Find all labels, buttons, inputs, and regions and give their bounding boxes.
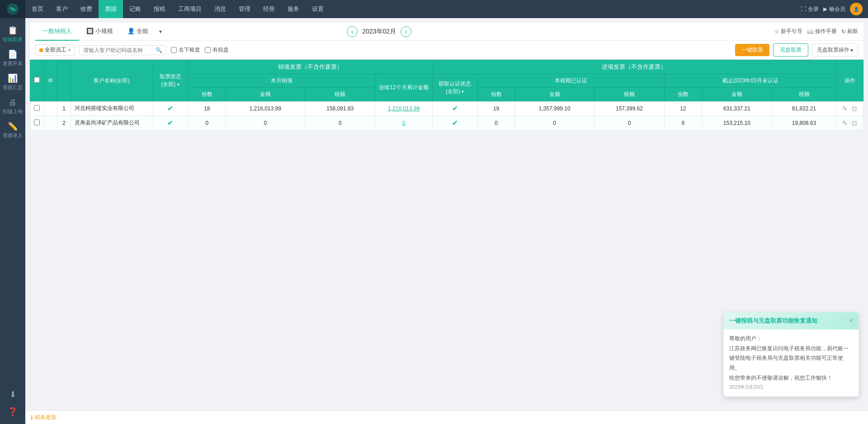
nav-operation[interactable]: 经营 [257, 0, 281, 18]
nav-customer[interactable]: 客户 [50, 0, 74, 18]
select-all-checkbox[interactable] [34, 77, 40, 83]
row-consecutive-amount[interactable]: 1,216,013.99 [375, 101, 432, 116]
nav-service[interactable]: 服务 [281, 0, 306, 18]
nav-business[interactable]: 工商项目 [172, 0, 208, 18]
sub-account-checkbox-label[interactable]: 名下账套 [171, 46, 200, 54]
th-period-amount: 金额 [515, 88, 594, 101]
new-guide-btn[interactable]: ☆ 新手引导 [774, 28, 802, 35]
notification-close-btn[interactable]: × [849, 317, 853, 324]
footer-bar: ℹ 税务政策 [25, 410, 868, 424]
notification-popup: 一键报税与无盘取票功能恢复通知 × 尊敬的用户： 江苏政务网已恢复访问电子税务局… [723, 312, 859, 397]
taxable-checkbox[interactable] [205, 47, 211, 53]
sidebar-item-entry[interactable]: ✏️ 票据录入 [0, 119, 25, 143]
row-certified-icon: ✔ [432, 116, 477, 130]
sub-account-checkbox[interactable] [171, 47, 177, 53]
row-fetch-status: ✔ [152, 116, 189, 130]
vip-btn[interactable]: ▶ 畅会员 [823, 5, 845, 13]
employee-select[interactable]: 全部员工 ▾ [35, 44, 75, 56]
sidebar: 📋 智能取票 📄 发票开具 📊 票据汇总 🖨 扫描上传 ✏️ 票据录入 ⬇ ❓ [0, 18, 25, 424]
svg-point-1 [11, 8, 14, 10]
th-consecutive: 连续12个月累计金额 [375, 74, 432, 101]
sidebar-item-label-smart-fetch: 智能取票 [3, 36, 23, 43]
sidebar-item-download[interactable]: ⬇ [8, 387, 18, 402]
filter-bar-right: 一键取票 无盘取票 无盘取票操作 ▾ [735, 43, 858, 57]
row-uncert-tax: 81,822.21 [772, 101, 836, 116]
row-uncert-count: 12 [665, 101, 702, 116]
th-uncert-amount: 金额 [702, 88, 772, 101]
sidebar-item-issue-invoice[interactable]: 📄 发票开具 [0, 47, 25, 71]
issue-invoice-icon: 📄 [8, 50, 18, 58]
nav-message[interactable]: 消息 [208, 0, 232, 18]
vip-icon: ▶ [823, 6, 827, 12]
search-icon[interactable]: 🔍 [156, 47, 162, 53]
notification-header: 一键报税与无盘取票功能恢复通知 × [724, 312, 859, 329]
row-consecutive-amount[interactable]: 0 [375, 116, 432, 130]
tab-more-btn[interactable]: ▾ [156, 29, 165, 35]
th-customer: 客户名称(全部) [71, 60, 152, 101]
nav-settings[interactable]: 设置 [306, 0, 330, 18]
taxable-checkbox-label[interactable]: 有税盘 [205, 46, 229, 54]
nav-home[interactable]: 首页 [25, 0, 50, 18]
nav-tax[interactable]: 报税 [147, 0, 172, 18]
date-next-btn[interactable]: › [401, 26, 411, 37]
copy-icon[interactable]: ⊡ [852, 105, 857, 112]
no-disk-ops-btn[interactable]: 无盘取票操作 ▾ [812, 43, 858, 57]
date-prev-btn[interactable]: ‹ [347, 26, 358, 37]
row-checkbox[interactable] [34, 105, 40, 111]
th-sales-group: 销项发票（不含作废票） [189, 60, 433, 74]
th-until-uncertified: 截止2023年03月未认证 [665, 74, 836, 88]
th-fetch-filter-icon[interactable]: ▾ [177, 82, 179, 87]
sub-account-label: 名下账套 [179, 46, 200, 54]
avatar[interactable]: 👤 [850, 3, 863, 15]
manual-btn[interactable]: 📖 操作手册 [807, 28, 837, 35]
row-period-amount: 0 [515, 116, 594, 130]
row-fetch-status: ✔ [152, 101, 189, 116]
search-input[interactable] [83, 47, 156, 53]
fullscreen-btn[interactable]: ⛶ 全屏 [801, 5, 819, 13]
tab-general-taxpayer[interactable]: 一般纳税人 [35, 23, 79, 41]
certified-status-icon: ✔ [452, 105, 458, 112]
th-uncert-tax: 税额 [772, 88, 836, 101]
filter-bar: 全部员工 ▾ 🔍 名下账套 有税盘 一键取票 无盘取票 无盘取票操作 ▾ [30, 41, 863, 60]
date-navigator: ‹ 2023年02月 › [347, 26, 411, 37]
no-disk-ops-label: 无盘取票操作 [817, 46, 849, 54]
refresh-btn[interactable]: ↻ 刷新 [841, 28, 858, 35]
sidebar-item-scan[interactable]: 🖨 扫描上传 [0, 95, 25, 119]
sidebar-item-smart-fetch[interactable]: 📋 智能取票 [0, 23, 25, 47]
row-settings [44, 101, 57, 116]
nav-accounting[interactable]: 记账 [123, 0, 147, 18]
row-checkbox[interactable] [34, 119, 40, 125]
date-display: 2023年02月 [362, 28, 396, 36]
main-table: ⚙ 客户名称(全部) 取票状态(全部) ▾ 销项发票（不含作废票） 进项发票（不… [30, 60, 863, 130]
edit-icon[interactable]: ✎ [842, 105, 848, 112]
copy-icon[interactable]: ⊡ [852, 119, 857, 127]
edit-icon[interactable]: ✎ [842, 119, 848, 127]
row-check[interactable] [30, 101, 44, 116]
no-disk-fetch-btn[interactable]: 无盘取票 [773, 43, 808, 57]
th-fetch-status: 取票状态(全部) ▾ [152, 60, 189, 101]
th-purchase-group: 进项发票（不含作废票） [432, 60, 836, 74]
tax-policy-label[interactable]: 税务政策 [35, 414, 57, 421]
help-icon: ❓ [8, 408, 18, 416]
th-certified-filter-icon[interactable]: ▾ [462, 89, 464, 94]
row-period-tax: 0 [594, 116, 664, 130]
app-logo[interactable] [0, 0, 25, 18]
notification-date: 2023年3月20日 [729, 383, 853, 392]
row-period-tax: 157,399.62 [594, 101, 664, 116]
no-disk-ops-arrow: ▾ [850, 47, 853, 53]
row-certified-icon: ✔ [432, 101, 477, 116]
row-month-tax: 0 [305, 116, 375, 130]
row-ops: ✎ ⊡ [836, 116, 863, 130]
nav-invoice[interactable]: 票据 [99, 0, 123, 18]
top-nav: 首页 客户 收费 票据 记账 报税 工商项目 消息 管理 经营 服务 设置 ⛶ … [0, 0, 868, 18]
nav-management[interactable]: 管理 [232, 0, 257, 18]
sidebar-item-summary[interactable]: 📊 票据汇总 [0, 71, 25, 95]
sidebar-item-help[interactable]: ❓ [8, 404, 18, 419]
sidebar-item-label-summary: 票据汇总 [3, 84, 23, 91]
one-click-fetch-btn[interactable]: 一键取票 [735, 44, 769, 56]
tab-small-scale[interactable]: 🔲 小规模 [79, 23, 120, 41]
settings-icon[interactable]: ⚙ [48, 77, 53, 84]
tab-all[interactable]: 👤 全能 [120, 23, 156, 41]
row-check[interactable] [30, 116, 44, 130]
nav-revenue[interactable]: 收费 [74, 0, 99, 18]
